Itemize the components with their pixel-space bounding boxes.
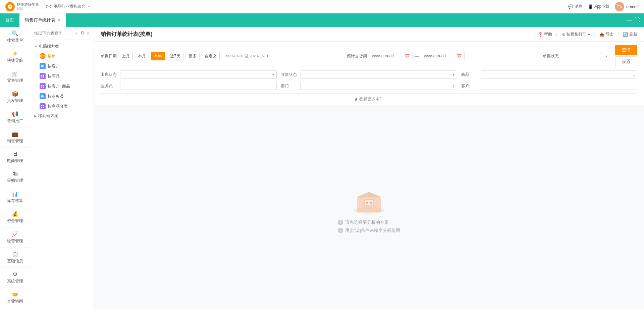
filter-section: 单据日期 上月 本月 本年 近7天 更多 自定义 2023-01-01 至 20… — [94, 42, 644, 105]
mobile-schemes-header[interactable]: ▶ 移动端方案 — [30, 111, 94, 120]
message-action[interactable]: 💬 消息 — [568, 4, 583, 9]
customer-input[interactable] — [481, 82, 637, 90]
filter-row-2: 出库状态 收款状态 — [101, 70, 637, 79]
svg-rect-0 — [41, 65, 42, 67]
user-area[interactable]: Ea demo2 — [615, 2, 639, 11]
scheme-item-by-customer-product[interactable]: 按客户+商品 — [30, 81, 94, 91]
product-label: 商品 — [461, 72, 478, 78]
sidebar-item-enterprise-collab[interactable]: 🤝 企业协同 — [0, 288, 30, 308]
add-scheme-button[interactable]: ＋ — [74, 30, 78, 36]
breadcrumb: 办公用品行业模拟账套 — [45, 4, 86, 9]
window-maximize-icon[interactable]: ⛶ — [635, 17, 640, 23]
svg-rect-10 — [41, 87, 42, 88]
sidebar-item-marketing[interactable]: 📢 营销推广 — [0, 107, 30, 127]
dept-content — [300, 82, 457, 90]
logo-text: 畅捷通好生意 标版 — [17, 2, 39, 11]
date-btn-this-month[interactable]: 本月 — [135, 52, 149, 60]
scheme-by-customer-icon — [40, 63, 46, 69]
right-panel: 销售订单统计表(按单) ❓ 帮助 | 🖨 按模板打印 ▾ | — [94, 27, 644, 310]
system-icon: ⚙ — [1, 271, 29, 277]
mobile-expand-icon: ▶ — [34, 114, 37, 118]
sidebar-item-inventory-check[interactable]: 📊 库存核算 — [0, 187, 30, 207]
sidebar-item-basic-info[interactable]: 📋 基础信息 — [0, 248, 30, 268]
collapse-panel-button[interactable]: « — [87, 30, 90, 36]
dept-select[interactable] — [300, 82, 457, 90]
query-buttons: 查询 设置 — [615, 45, 637, 67]
page-actions: ❓ 帮助 | 🖨 按模板打印 ▾ | 📤 导出 — [538, 32, 637, 37]
date-filter-label: 单据日期 — [101, 53, 117, 59]
basic-info-icon: 📋 — [1, 251, 29, 257]
date-btn-more[interactable]: 更多 — [185, 52, 200, 60]
finance-icon: 💰 — [1, 211, 29, 217]
sidebar-item-search-menu[interactable]: 🔍 搜索菜单 — [0, 27, 30, 47]
sidebar-item-ecommerce-mgmt[interactable]: 🖥 电商管理 — [0, 148, 30, 167]
salesperson-ellipsis-btn[interactable]: … — [271, 84, 275, 88]
scheme-item-by-product[interactable]: 按商品 — [30, 71, 94, 81]
delivery-end-date-wrapper: 📅 — [421, 52, 465, 60]
export-button[interactable]: 📤 导出 — [599, 32, 614, 37]
tab-close-icon[interactable]: ✕ — [57, 18, 60, 22]
pc-schemes-header[interactable]: ▼ 电脑端方案 — [30, 42, 94, 51]
scheme-item-by-product-category[interactable]: 按商品分类 — [30, 101, 94, 111]
window-minimize-icon[interactable]: — — [627, 17, 632, 23]
sidebar-item-new-guide[interactable]: 🎯 新手引导 — [0, 308, 30, 310]
order-status-select[interactable] — [561, 52, 601, 60]
scheme-item-by-order[interactable]: 按单 按单 — [30, 51, 94, 61]
scheme-by-product-icon — [40, 73, 46, 79]
date-btn-custom[interactable]: 自定义 — [202, 52, 220, 60]
settings-button[interactable]: 设置 — [615, 56, 637, 67]
sidebar-item-operation-mgmt[interactable]: 📈 经营管理 — [0, 227, 30, 248]
breadcrumb-dropdown-icon[interactable]: ▾ — [88, 5, 90, 8]
sidebar-item-system-mgmt[interactable]: ⚙ 系统管理 — [0, 268, 30, 288]
salesperson-input[interactable] — [120, 82, 277, 90]
date-btn-this-year[interactable]: 本年 — [151, 52, 165, 60]
collapse-bar-text: 收起更多条件 — [359, 96, 383, 102]
sidebar-item-quick-nav[interactable]: ⚡ 快捷导航 — [0, 47, 30, 67]
help-button[interactable]: ❓ 帮助 — [538, 32, 552, 37]
sidebar-item-wholesale-mgmt[interactable]: 📦 批发管理 — [0, 87, 30, 107]
dept-cell: 部门 — [281, 82, 457, 90]
query-button[interactable]: 查询 — [615, 45, 637, 55]
scheme-item-by-salesperson[interactable]: 按业务员 — [30, 91, 94, 101]
scheme-item-by-customer[interactable]: 按客户 — [30, 61, 94, 71]
svg-rect-16 — [41, 105, 42, 106]
ship-status-select[interactable] — [120, 70, 277, 79]
app-download-action[interactable]: 📱 App下载 — [588, 4, 609, 9]
sidebar-item-purchase-mgmt[interactable]: 🛍 采购管理 — [0, 167, 30, 187]
svg-rect-7 — [43, 76, 44, 78]
tab-home[interactable]: 首页 — [0, 13, 19, 27]
payment-status-select[interactable] — [300, 70, 457, 79]
payment-status-label: 收款状态 — [281, 72, 298, 78]
order-status-select-wrapper — [561, 52, 610, 60]
tab-sales-order-stats[interactable]: 销售订单统计表 ✕ — [19, 13, 66, 27]
refresh-button[interactable]: 🔄 刷新 — [623, 32, 637, 37]
left-panel-actions: ＋ ⚙ « — [74, 30, 90, 36]
tab-bar-right: — ⛶ — [627, 17, 644, 23]
product-input[interactable] — [481, 70, 637, 79]
svg-rect-13 — [42, 95, 43, 98]
empty-state: 1 请先选择要分析的方案 2 用[过滤]条件来缩小分析范围 — [94, 105, 644, 310]
purchase-icon: 🛍 — [1, 171, 29, 177]
operation-icon: 📈 — [1, 231, 29, 237]
tip-num-1: 1 — [338, 220, 343, 225]
svg-rect-3 — [44, 65, 44, 67]
sidebar-item-retail-mgmt[interactable]: 🛒 零售管理 — [0, 67, 30, 87]
sidebar-item-sales-mgmt[interactable]: 💼 销售管理 — [0, 127, 30, 148]
product-content: … — [481, 70, 637, 79]
main-layout: 🔍 搜索菜单 ⚡ 快捷导航 🛒 零售管理 📦 批发管理 📢 营销推广 💼 销售管… — [0, 27, 644, 310]
collapse-bar[interactable]: ∧ 收起更多条件 — [101, 93, 637, 105]
sidebar-item-finance-mgmt[interactable]: 💰 资金管理 — [0, 207, 30, 227]
payment-status-cell: 收款状态 — [281, 70, 457, 79]
svg-rect-2 — [43, 65, 44, 67]
scheme-settings-button[interactable]: ⚙ — [80, 30, 85, 36]
date-btn-last-month[interactable]: 上月 — [119, 52, 133, 60]
left-panel: 按以下方案查询 ＋ ⚙ « ▼ 电脑端方案 按单 按单 — [30, 27, 94, 310]
date-btn-last-7-days[interactable]: 近7天 — [167, 52, 183, 60]
help-icon: ❓ — [538, 32, 543, 37]
svg-rect-4 — [41, 75, 42, 76]
template-print-button[interactable]: 🖨 按模板打印 ▾ — [561, 32, 590, 37]
product-cell: 商品 … — [461, 70, 637, 79]
print-dropdown-icon: ▾ — [588, 32, 590, 37]
product-ellipsis-btn[interactable]: … — [631, 72, 635, 77]
customer-ellipsis-btn[interactable]: … — [631, 84, 635, 88]
